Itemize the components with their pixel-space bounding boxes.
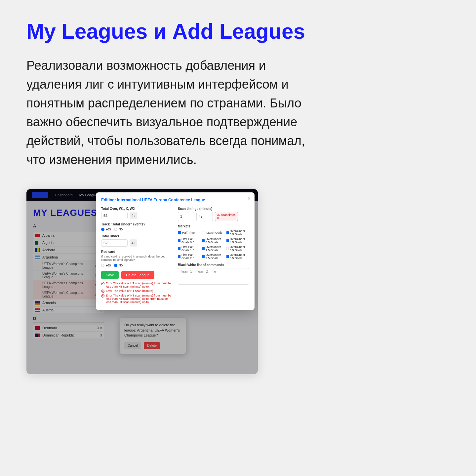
track-radio-group: Yes No bbox=[101, 227, 173, 231]
checkbox-fhg25 bbox=[178, 255, 180, 258]
market-ou25[interactable]: Over/Under 2.5 Goals bbox=[202, 253, 225, 260]
modal-close-button[interactable]: × bbox=[248, 196, 251, 202]
total-under-input[interactable] bbox=[101, 239, 128, 247]
error-circle-2: ✕ bbox=[101, 290, 104, 293]
market-fhg15[interactable]: First Half Goals 1.5 bbox=[178, 245, 201, 252]
edit-modal: × Editing: International UEFA Europa Con… bbox=[96, 192, 255, 310]
track-yes-dot bbox=[101, 228, 104, 231]
checkbox-fhg05 bbox=[178, 239, 180, 242]
page-wrapper: My Leagues и Add Leagues Реализовали воз… bbox=[0, 0, 476, 395]
red-card-radio-group: Yes No bbox=[101, 263, 173, 267]
markets-section: Markets Half Time Match Odds Over/Under … bbox=[178, 224, 249, 260]
market-ou15[interactable]: Over/Under 1.5 Goals bbox=[202, 245, 225, 252]
checkbox-fhg15 bbox=[178, 247, 180, 250]
scan-input-2[interactable] bbox=[196, 212, 213, 221]
market-ou65[interactable]: Over/Under 6.5 Goals bbox=[226, 253, 249, 260]
blacklist-label: Black/white list of commands bbox=[178, 263, 249, 267]
scan-inputs: 37 scan times 0 bbox=[178, 212, 249, 221]
total-over-label: Total Over, W1, X, W2 bbox=[101, 207, 173, 211]
modal-title: Editing: International UEFA Europa Confe… bbox=[101, 198, 249, 202]
modal-footer: Save Delete League bbox=[101, 271, 173, 279]
checkbox-ou25 bbox=[202, 255, 204, 258]
modal-right: Scan timings (minute) 37 scan times 0 bbox=[178, 207, 249, 305]
checkbox-ou55 bbox=[226, 247, 229, 250]
app-mockup: Dashboard My Leagues Add Leagues Contact… bbox=[26, 189, 258, 374]
track-label: Track "Total Under" events? bbox=[101, 222, 173, 226]
checkbox-ou15 bbox=[202, 247, 204, 250]
red-yes-dot bbox=[101, 264, 104, 267]
market-halftime[interactable]: Half Time bbox=[178, 229, 201, 236]
scan-timings-label: Scan timings (minute) bbox=[178, 207, 249, 211]
red-yes-option[interactable]: Yes bbox=[101, 263, 111, 267]
total-under-label: Total Under bbox=[101, 234, 173, 238]
total-under-sub: 4↓ bbox=[130, 239, 137, 247]
modal-body: Total Over, W1, X, W2 4↓ Track "Total Un… bbox=[101, 207, 249, 305]
market-ou05[interactable]: Over/Under 0.5 Goals bbox=[202, 237, 225, 244]
checkbox-halftime bbox=[178, 231, 181, 234]
edit-modal-overlay: × Editing: International UEFA Europa Con… bbox=[26, 189, 258, 374]
save-button[interactable]: Save bbox=[101, 271, 119, 279]
track-no-option[interactable]: No bbox=[114, 227, 123, 231]
error-circle-3: ✕ bbox=[101, 294, 104, 298]
market-ou55[interactable]: Over/Under 5.5 Goals bbox=[226, 245, 249, 252]
error-circle-1: ✕ bbox=[101, 282, 104, 285]
modal-left: Total Over, W1, X, W2 4↓ Track "Total Un… bbox=[101, 207, 173, 305]
markets-grid: Half Time Match Odds Over/Under 3.5 Goal… bbox=[178, 229, 249, 260]
checkbox-ou65 bbox=[226, 255, 229, 258]
description: Реализовали возможность добавления и уда… bbox=[26, 56, 324, 169]
track-yes-option[interactable]: Yes bbox=[101, 227, 111, 231]
blacklist-textarea[interactable]: Team 1, Team 2, Te| bbox=[178, 268, 249, 285]
main-title: My Leagues и Add Leagues bbox=[26, 20, 450, 43]
total-over-input[interactable] bbox=[101, 212, 128, 219]
checkbox-ou45 bbox=[226, 239, 229, 242]
market-ou45[interactable]: Over/Under 4.5 Goals bbox=[226, 237, 249, 244]
red-no-option[interactable]: No bbox=[114, 263, 123, 267]
track-no-dot bbox=[114, 228, 117, 231]
checkbox-matchodds bbox=[202, 231, 205, 234]
mockup-container: Dashboard My Leagues Add Leagues Contact… bbox=[26, 189, 258, 374]
market-matchodds[interactable]: Match Odds bbox=[202, 229, 225, 236]
scan-input-1[interactable] bbox=[178, 212, 194, 221]
market-fhg05[interactable]: First Half Goals 0.5 bbox=[178, 237, 201, 244]
market-ou35[interactable]: Over/Under 3.5 Goals bbox=[226, 229, 249, 236]
red-card-desc: If a red card is received in a match, do… bbox=[101, 255, 173, 261]
checkbox-ou35 bbox=[226, 231, 229, 234]
red-card-label: Red card bbox=[101, 250, 173, 254]
markets-label: Markets bbox=[178, 224, 249, 228]
delete-league-button[interactable]: Delete League bbox=[121, 271, 154, 279]
error-item-2: ✕ Error The value of HT scan (minute) bbox=[101, 289, 173, 293]
error-item-3: ✕ Error The value of HT scan (minute) fr… bbox=[101, 294, 173, 304]
market-fhg25[interactable]: First Half Goals 2.5 bbox=[178, 253, 201, 260]
blacklist-section: Black/white list of commands Team 1, Tea… bbox=[178, 263, 249, 286]
error-list: ✕ Error The value of HT scan (minute) fr… bbox=[101, 282, 173, 304]
red-no-dot bbox=[114, 264, 117, 267]
error-item-1: ✕ Error The value of HT scan (minute) fr… bbox=[101, 282, 173, 288]
scan-info: 37 scan times 0 bbox=[215, 212, 238, 221]
total-over-sub: 4↓ bbox=[130, 212, 137, 219]
checkbox-ou05 bbox=[202, 239, 204, 242]
